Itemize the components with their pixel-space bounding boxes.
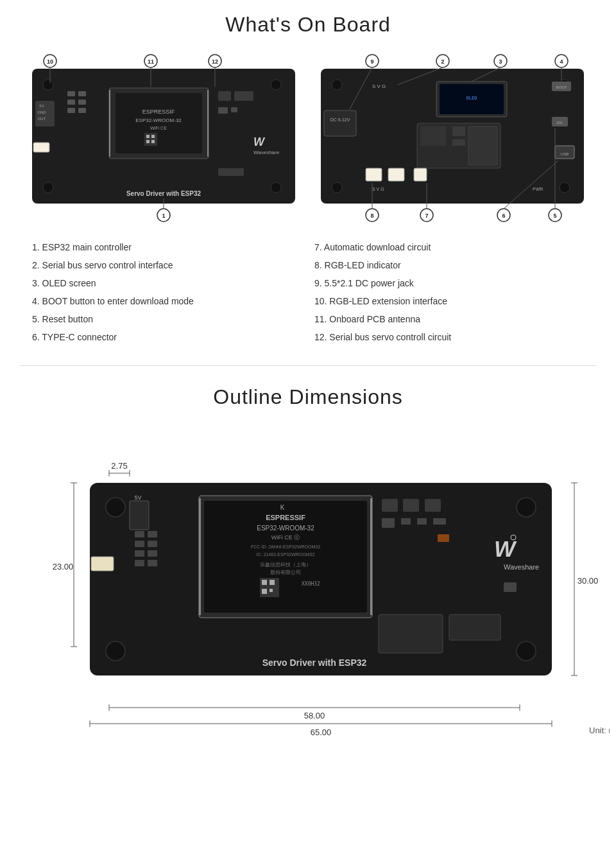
- svg-rect-168: [379, 614, 443, 653]
- svg-point-52: [560, 182, 570, 193]
- svg-text:11: 11: [148, 58, 154, 65]
- svg-text:5: 5: [553, 213, 556, 219]
- svg-text:IC: 21462-ESP32WROOM32: IC: 21462-ESP32WROOM32: [257, 552, 315, 557]
- svg-rect-35: [218, 168, 244, 176]
- svg-rect-26: [67, 108, 75, 113]
- svg-rect-60: [420, 126, 446, 146]
- svg-rect-14: [151, 140, 155, 143]
- svg-rect-73: [414, 168, 427, 181]
- component-7: 7. Automatic download circuit: [314, 238, 584, 256]
- component-4: 4. BOOT button to enter download mode: [32, 292, 302, 310]
- svg-text:S  V  G: S V G: [372, 83, 386, 89]
- whats-on-board-section: What's On Board ESPRESSIF ESP32-WRO: [19, 13, 597, 346]
- svg-text:ESPRESSIF: ESPRESSIF: [142, 109, 175, 115]
- svg-rect-23: [78, 91, 86, 96]
- svg-rect-11: [146, 135, 150, 138]
- svg-rect-131: [148, 531, 157, 537]
- svg-text:GND: GND: [37, 110, 46, 114]
- svg-rect-61: [452, 126, 465, 136]
- outline-dimensions-title: Outline Dimensions: [19, 385, 597, 409]
- front-pcb-wrapper: ESPRESSIF ESP32-WROOM-32 WiFi CE 5V GND: [26, 49, 302, 225]
- svg-rect-163: [438, 534, 449, 542]
- svg-rect-53: [324, 110, 356, 136]
- svg-rect-159: [382, 518, 395, 528]
- svg-rect-22: [67, 91, 75, 96]
- svg-rect-34: [231, 107, 237, 112]
- dimensions-diagram: 2.75 23.00 30.00 58.00: [32, 431, 610, 740]
- section-divider: [19, 365, 597, 366]
- svg-rect-133: [148, 541, 157, 547]
- svg-rect-137: [148, 560, 157, 566]
- svg-text:65.00: 65.00: [311, 727, 332, 737]
- svg-point-1: [43, 80, 53, 90]
- outline-dimensions-section: Outline Dimensions 2.75 23.00 30.00: [19, 385, 597, 765]
- svg-text:BOOT: BOOT: [556, 85, 567, 89]
- svg-text:2.75: 2.75: [111, 461, 127, 471]
- svg-text:Servo Driver with ESP32: Servo Driver with ESP32: [126, 190, 201, 197]
- svg-rect-63: [468, 126, 497, 165]
- svg-text:乐鑫信息科技（上海）: 乐鑫信息科技（上海）: [260, 562, 311, 568]
- svg-text:10: 10: [47, 58, 53, 65]
- svg-rect-134: [135, 550, 144, 557]
- svg-text:ESP32-WROOM-32: ESP32-WROOM-32: [135, 118, 182, 123]
- svg-rect-25: [78, 100, 86, 105]
- component-10: 10. RGB-LED extension interface: [314, 292, 584, 310]
- svg-rect-24: [67, 100, 75, 105]
- svg-text:ESP32-WROOM-32: ESP32-WROOM-32: [257, 525, 314, 532]
- whats-on-board-title: What's On Board: [19, 13, 597, 37]
- svg-point-2: [271, 80, 281, 90]
- back-pcb-svg: DC 6-12V S V G OLED: [314, 49, 590, 223]
- svg-text:WiFi CE ⓒ: WiFi CE ⓒ: [271, 534, 300, 541]
- components-col-right: 7. Automatic download circuit 8. RGB-LED…: [308, 238, 590, 346]
- svg-rect-21: [33, 143, 49, 152]
- svg-text:XX0H32: XX0H32: [302, 581, 320, 587]
- svg-rect-160: [401, 518, 411, 525]
- svg-text:W: W: [253, 135, 266, 148]
- svg-rect-15: [109, 90, 110, 157]
- svg-text:3: 3: [499, 58, 502, 65]
- component-6: 6. TYPE-C connector: [32, 328, 302, 346]
- svg-rect-27: [78, 108, 86, 113]
- svg-point-124: [517, 641, 536, 661]
- svg-rect-130: [135, 531, 144, 537]
- svg-rect-72: [388, 168, 404, 181]
- svg-rect-62: [452, 139, 465, 146]
- components-col-left: 1. ESP32 main controller 2. Serial bus s…: [26, 238, 308, 346]
- svg-rect-157: [403, 499, 419, 512]
- component-5: 5. Reset button: [32, 310, 302, 328]
- svg-text:ESPRESSIF: ESPRESSIF: [266, 514, 305, 521]
- svg-text:DC 6-12V: DC 6-12V: [330, 118, 350, 122]
- svg-text:WiFi CE: WiFi CE: [150, 126, 167, 130]
- svg-rect-13: [146, 140, 150, 143]
- svg-point-123: [106, 641, 125, 661]
- component-1: 1. ESP32 main controller: [32, 238, 302, 256]
- component-8: 8. RGB-LED indicator: [314, 256, 584, 274]
- component-9: 9. 5.5*2.1 DC power jack: [314, 274, 584, 292]
- outline-section: 2.75 23.00 30.00 58.00: [19, 425, 597, 765]
- svg-rect-167: [504, 582, 517, 592]
- svg-text:8: 8: [370, 213, 373, 219]
- svg-text:Waveshare: Waveshare: [504, 563, 539, 571]
- svg-text:30.00: 30.00: [578, 576, 599, 586]
- svg-text:Waveshare: Waveshare: [253, 150, 280, 155]
- svg-rect-32: [234, 91, 253, 101]
- svg-text:OUT: OUT: [38, 117, 46, 121]
- svg-text:PWR: PWR: [533, 187, 543, 191]
- svg-rect-152: [270, 580, 275, 585]
- svg-rect-132: [135, 541, 144, 547]
- svg-text:1: 1: [162, 213, 165, 219]
- svg-text:Unit: mm: Unit: mm: [589, 726, 610, 735]
- component-2: 2. Serial bus servo control interface: [32, 256, 302, 274]
- svg-text:K: K: [280, 504, 285, 511]
- back-pcb-wrapper: DC 6-12V S V G OLED: [314, 49, 590, 225]
- components-list: 1. ESP32 main controller 2. Serial bus s…: [19, 238, 597, 346]
- svg-text:58.00: 58.00: [304, 711, 325, 720]
- svg-text:9: 9: [370, 58, 373, 65]
- svg-rect-154: [270, 589, 273, 592]
- svg-text:6: 6: [502, 213, 505, 219]
- svg-point-4: [271, 182, 281, 193]
- svg-rect-16: [207, 90, 209, 157]
- svg-rect-6: [116, 93, 202, 153]
- svg-rect-12: [151, 135, 155, 138]
- svg-point-49: [332, 80, 342, 90]
